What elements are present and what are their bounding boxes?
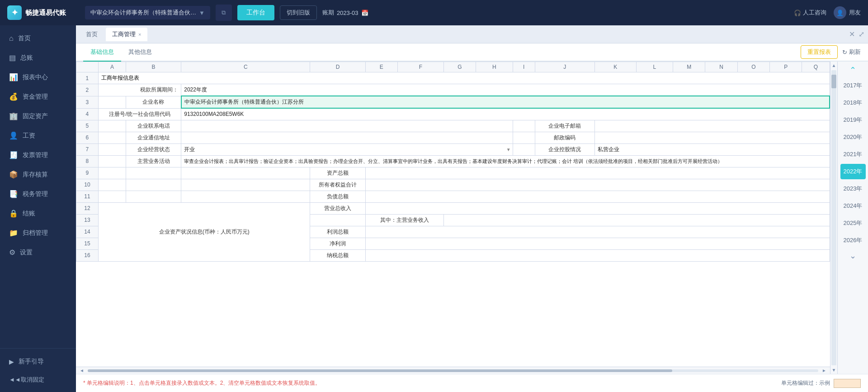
vertical-scrollbar[interactable]: ▲ ▼: [830, 62, 837, 374]
row2-period[interactable]: 2022年度: [181, 84, 830, 96]
year-2026[interactable]: 2026年: [840, 233, 866, 248]
guide-button[interactable]: ▶ 新手引导: [0, 352, 76, 371]
service-button[interactable]: 🎧 人工咨询: [794, 9, 826, 17]
table-title-cell[interactable]: 工商年报信息表: [98, 72, 830, 84]
tab-close-button[interactable]: ×: [138, 32, 141, 37]
row6-postal[interactable]: [594, 132, 830, 143]
row7-control-value[interactable]: 私营企业: [594, 143, 830, 155]
col-header-g[interactable]: G: [443, 62, 476, 72]
table-title: 工商年报信息表: [101, 75, 139, 81]
horizontal-scroll-track[interactable]: [88, 369, 818, 372]
col-header-l[interactable]: L: [636, 62, 673, 72]
year-up-button[interactable]: ⌃: [849, 65, 856, 75]
row5-email[interactable]: [594, 120, 830, 132]
row4-credit-code[interactable]: 91320100MA208E5W6K: [181, 108, 830, 120]
col-header-f[interactable]: F: [397, 62, 443, 72]
sidebar-item-ledger[interactable]: ▤ 总账: [0, 48, 76, 67]
sidebar-item-tax[interactable]: 📑 税务管理: [0, 184, 76, 204]
sub-tab-basic[interactable]: 基础信息: [83, 43, 121, 62]
col-header-k[interactable]: K: [594, 62, 636, 72]
row11-a: [98, 191, 126, 202]
col-header-h[interactable]: H: [476, 62, 513, 72]
col-header-m[interactable]: M: [673, 62, 705, 72]
col-header-a[interactable]: A: [98, 62, 126, 72]
year-2022[interactable]: 2022年: [840, 164, 866, 179]
scroll-down-button[interactable]: ▼: [830, 366, 837, 374]
col-header-e[interactable]: E: [365, 62, 397, 72]
year-2023[interactable]: 2023年: [840, 181, 866, 196]
scroll-up-button[interactable]: ▲: [830, 62, 837, 69]
user-label: 用友: [849, 9, 861, 17]
table-row: 6 企业通信地址 邮政编码: [76, 132, 830, 143]
vertical-scroll-track[interactable]: [831, 70, 836, 365]
row12-revenue-value[interactable]: [365, 202, 830, 214]
year-2021[interactable]: 2021年: [840, 147, 866, 162]
year-2017[interactable]: 2017年: [840, 78, 866, 93]
copy-button[interactable]: ⧉: [216, 5, 232, 21]
col-header-d[interactable]: D: [310, 62, 365, 72]
pin-button[interactable]: ◄◄取消固定: [0, 371, 76, 388]
sidebar-item-asset[interactable]: 🏢 固定资产: [0, 106, 76, 126]
year-2024[interactable]: 2024年: [840, 198, 866, 214]
year-2019[interactable]: 2019年: [840, 112, 866, 128]
col-header-c[interactable]: C: [181, 62, 310, 72]
col-header-j[interactable]: J: [535, 62, 594, 72]
col-header-b[interactable]: B: [126, 62, 181, 72]
tab-close-all-button[interactable]: ✕: [849, 30, 855, 38]
sidebar-item-inventory[interactable]: 📦 库存核算: [0, 165, 76, 184]
tab-industrial-label: 工商管理: [112, 30, 136, 38]
scroll-right-button[interactable]: ►: [820, 368, 828, 373]
company-selector[interactable]: 中审众环会计师事务所（特殊普通合伙… ▼: [85, 6, 210, 19]
sidebar-item-archive[interactable]: 📁 归档管理: [0, 223, 76, 243]
reset-report-button[interactable]: 重置报表: [801, 45, 838, 59]
user-area[interactable]: 👤 用友: [834, 6, 861, 19]
sidebar-label-home: 首页: [18, 34, 31, 43]
row15-net-profit-label: 净利润: [310, 238, 365, 249]
sidebar-item-settings[interactable]: ⚙ 设置: [0, 243, 76, 262]
col-header-q[interactable]: Q: [802, 62, 830, 72]
col-header-o[interactable]: O: [737, 62, 769, 72]
row-num-6: 6: [76, 132, 99, 143]
sidebar-item-finance[interactable]: 💰 资金管理: [0, 87, 76, 106]
row8-biz-content[interactable]: 审查企业会计报表；出具审计报告；验证企业资本；出具验资报告；办理企业合开、分立、…: [181, 155, 830, 167]
calendar-icon[interactable]: 📅: [361, 10, 368, 16]
refresh-button[interactable]: ↻ 刷新: [842, 48, 861, 56]
old-version-button[interactable]: 切到旧版: [280, 5, 317, 20]
scroll-left-button[interactable]: ◄: [78, 368, 86, 373]
workbench-button[interactable]: 工作台: [237, 5, 274, 20]
year-2020[interactable]: 2020年: [840, 129, 866, 145]
salary-icon: 👤: [9, 131, 18, 140]
row6-address[interactable]: [181, 132, 513, 143]
grid-container[interactable]: A B C D E F G H I J: [76, 62, 830, 367]
row14-profit-value[interactable]: [365, 226, 830, 238]
col-header-n[interactable]: N: [705, 62, 737, 72]
sidebar: ⌂ 首页 ▤ 总账 📊 报表中心 💰 资金管理 🏢 固定资产 👤 工资 🧾 发票…: [0, 25, 76, 392]
year-2025[interactable]: 2025年: [840, 215, 866, 231]
sidebar-item-report[interactable]: 📊 报表中心: [0, 67, 76, 87]
table-row: 11 负债总额: [76, 191, 830, 202]
row11-b: [126, 191, 181, 202]
tab-home[interactable]: 首页: [80, 28, 104, 41]
tab-industrial[interactable]: 工商管理 ×: [106, 28, 147, 41]
row15-net-profit-value[interactable]: [365, 238, 830, 249]
tab-expand-button[interactable]: ⤢: [859, 30, 864, 38]
sub-tab-other[interactable]: 其他信息: [121, 43, 159, 62]
sidebar-item-home[interactable]: ⌂ 首页: [0, 29, 76, 48]
sub-tabs-actions: 重置报表 ↻ 刷新: [801, 45, 861, 59]
bottom-scrollbar[interactable]: ◄ ►: [76, 367, 830, 374]
row11-debt-value[interactable]: [365, 191, 830, 202]
sidebar-item-closeout[interactable]: 🔒 结账: [0, 204, 76, 223]
row10-equity-value[interactable]: [365, 179, 830, 191]
col-header-p[interactable]: P: [769, 62, 802, 72]
row9-assets-value[interactable]: [365, 167, 830, 179]
row5-phone[interactable]: [181, 120, 513, 132]
row3-company-name[interactable]: 中审众环会计师事务所（特殊普通合伙）江苏分所: [181, 96, 830, 108]
year-2018[interactable]: 2018年: [840, 95, 866, 110]
row13-main-revenue-value[interactable]: [443, 214, 830, 226]
year-down-button[interactable]: ⌄: [849, 251, 856, 261]
row16-tax-value[interactable]: [365, 249, 830, 261]
sidebar-item-salary[interactable]: 👤 工资: [0, 126, 76, 145]
sidebar-item-invoice[interactable]: 🧾 发票管理: [0, 145, 76, 165]
col-header-i[interactable]: I: [513, 62, 535, 72]
row7-status[interactable]: 开业 ▼: [181, 143, 513, 155]
